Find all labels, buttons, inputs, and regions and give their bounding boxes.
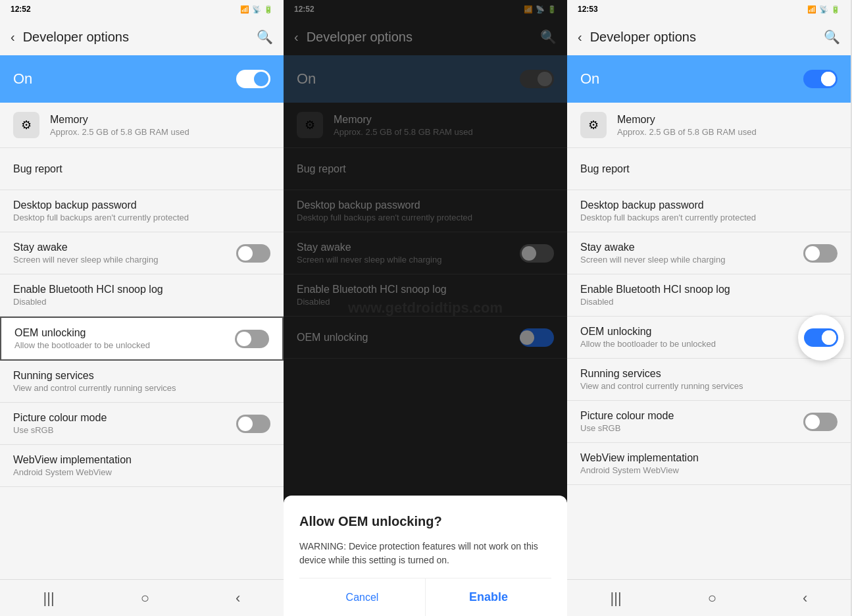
dialog-body: WARNING: Device protection features will… [299, 540, 551, 567]
awake-sub-3: Screen will never sleep while charging [580, 255, 803, 265]
home-nav-3[interactable]: ○ [708, 590, 716, 607]
running-title-3: Running services [580, 368, 838, 380]
running-text-1: Running services View and control curren… [13, 370, 270, 393]
bug-item-3[interactable]: Bug report [567, 148, 851, 190]
bug-title-1: Bug report [13, 163, 270, 175]
webview-item-1[interactable]: WebView implementation Android System We… [0, 445, 284, 487]
oem-title-1: OEM unlocking [14, 327, 235, 339]
oem-item-1[interactable]: OEM unlocking Allow the bootloader to be… [0, 317, 284, 361]
bluetooth-sub-1: Disabled [13, 297, 270, 307]
webview-item-3[interactable]: WebView implementation Android System We… [567, 443, 851, 485]
back-nav-3[interactable]: ‹ [803, 590, 807, 607]
bug-text-3: Bug report [580, 163, 838, 175]
picture-toggle-1[interactable] [236, 415, 270, 433]
back-button-1[interactable]: ‹ [11, 30, 15, 45]
backup-sub-3: Desktop full backups aren't currently pr… [580, 213, 838, 222]
memory-item-3[interactable]: ⚙ Memory Approx. 2.5 GB of 5.8 GB RAM us… [567, 103, 851, 148]
phone-panel-2: 12:52 📶 📡 🔋 ‹ Developer options 🔍 On ⚙ M… [284, 0, 567, 616]
awake-sub-1: Screen will never sleep while charging [13, 255, 236, 265]
on-bar-1: On [0, 55, 284, 103]
status-icons-1: 📶 📡 🔋 [240, 5, 273, 14]
status-icons-3: 📶 📡 🔋 [807, 5, 840, 14]
bluetooth-item-1[interactable]: Enable Bluetooth HCI snoop log Disabled [0, 274, 284, 317]
backup-item-1[interactable]: Desktop backup password Desktop full bac… [0, 190, 284, 232]
back-nav-1[interactable]: ‹ [236, 590, 240, 607]
bluetooth-sub-3: Disabled [580, 297, 838, 307]
signal-icon-3: 📡 [819, 5, 828, 14]
recent-nav-1[interactable]: ||| [43, 590, 55, 607]
awake-item-1[interactable]: Stay awake Screen will never sleep while… [0, 232, 284, 274]
settings-list-3: ⚙ Memory Approx. 2.5 GB of 5.8 GB RAM us… [567, 103, 851, 579]
picture-toggle-3[interactable] [803, 413, 838, 431]
oem-item-3[interactable]: OEM unlocking Allow the bootloader to be… [567, 317, 851, 359]
memory-icon-3: ⚙ [580, 112, 607, 138]
awake-item-3[interactable]: Stay awake Screen will never sleep while… [567, 232, 851, 274]
awake-title-3: Stay awake [580, 242, 803, 253]
oem-toggle-3[interactable] [804, 328, 838, 347]
memory-sub-1: Approx. 2.5 GB of 5.8 GB RAM used [50, 127, 270, 137]
top-bar-3: ‹ Developer options 🔍 [567, 18, 851, 55]
oem-toggle-1[interactable] [235, 330, 269, 348]
running-sub-3: View and control currently running servi… [580, 381, 838, 391]
dialog-overlay: Allow OEM unlocking? WARNING: Device pro… [284, 0, 567, 616]
bug-title-3: Bug report [580, 163, 838, 175]
status-bar-3: 12:53 📶 📡 🔋 [567, 0, 851, 18]
dialog-actions: Cancel Enable [299, 578, 551, 616]
picture-title-3: Picture colour mode [580, 410, 803, 422]
webview-title-3: WebView implementation [580, 452, 838, 464]
status-time-3: 12:53 [578, 5, 598, 14]
battery-icon-3: 🔋 [831, 5, 840, 14]
memory-text-3: Memory Approx. 2.5 GB of 5.8 GB RAM used [617, 114, 838, 137]
enable-button[interactable]: Enable [426, 578, 551, 616]
picture-sub-1: Use sRGB [13, 425, 236, 435]
backup-sub-1: Desktop full backups aren't currently pr… [13, 213, 270, 222]
bluetooth-title-3: Enable Bluetooth HCI snoop log [580, 284, 838, 295]
memory-sub-3: Approx. 2.5 GB of 5.8 GB RAM used [617, 127, 838, 137]
phone-panel-3: 12:53 📶 📡 🔋 ‹ Developer options 🔍 On ⚙ M… [567, 0, 851, 616]
running-item-1[interactable]: Running services View and control curren… [0, 361, 284, 403]
webview-sub-1: Android System WebView [13, 467, 270, 477]
bluetooth-text-3: Enable Bluetooth HCI snoop log Disabled [580, 284, 838, 307]
memory-icon-1: ⚙ [13, 112, 39, 138]
awake-toggle-1[interactable] [236, 244, 270, 263]
recent-nav-3[interactable]: ||| [611, 590, 622, 607]
picture-item-1[interactable]: Picture colour mode Use sRGB [0, 403, 284, 445]
backup-item-3[interactable]: Desktop backup password Desktop full bac… [567, 190, 851, 232]
dialog-title: Allow OEM unlocking? [299, 514, 551, 529]
on-toggle-1[interactable] [236, 70, 270, 88]
oem-text-1: OEM unlocking Allow the bootloader to be… [14, 327, 235, 350]
backup-text-3: Desktop backup password Desktop full bac… [580, 199, 838, 222]
running-item-3[interactable]: Running services View and control curren… [567, 359, 851, 401]
picture-sub-3: Use sRGB [580, 423, 803, 433]
running-title-1: Running services [13, 370, 270, 382]
webview-title-1: WebView implementation [13, 454, 270, 466]
webview-text-3: WebView implementation Android System We… [580, 452, 838, 475]
oem-dialog: Allow OEM unlocking? WARNING: Device pro… [284, 496, 567, 616]
nav-bar-1: ||| ○ ‹ [0, 579, 284, 616]
page-title-3: Developer options [590, 30, 824, 45]
awake-title-1: Stay awake [13, 242, 236, 253]
settings-list-1: ⚙ Memory Approx. 2.5 GB of 5.8 GB RAM us… [0, 103, 284, 579]
home-nav-1[interactable]: ○ [141, 590, 149, 607]
picture-item-3[interactable]: Picture colour mode Use sRGB [567, 401, 851, 443]
back-button-3[interactable]: ‹ [578, 30, 582, 45]
awake-text-3: Stay awake Screen will never sleep while… [580, 242, 803, 265]
status-time-1: 12:52 [11, 5, 31, 14]
signal-icon-1: 📡 [252, 5, 261, 14]
cancel-button[interactable]: Cancel [299, 578, 425, 616]
wifi-icon-3: 📶 [807, 5, 816, 14]
search-button-1[interactable]: 🔍 [257, 29, 273, 45]
webview-text-1: WebView implementation Android System We… [13, 454, 270, 477]
search-button-3[interactable]: 🔍 [824, 29, 840, 45]
bluetooth-item-3[interactable]: Enable Bluetooth HCI snoop log Disabled [567, 274, 851, 317]
backup-title-3: Desktop backup password [580, 199, 838, 211]
picture-title-1: Picture colour mode [13, 412, 236, 424]
on-label-3: On [580, 70, 599, 88]
bug-item-1[interactable]: Bug report [0, 148, 284, 190]
status-bar-1: 12:52 📶 📡 🔋 [0, 0, 284, 18]
awake-toggle-3[interactable] [803, 244, 838, 263]
oem-sub-1: Allow the bootloader to be unlocked [14, 340, 235, 350]
memory-item-1[interactable]: ⚙ Memory Approx. 2.5 GB of 5.8 GB RAM us… [0, 103, 284, 148]
oem-circle-highlight [798, 315, 844, 361]
on-toggle-3[interactable] [803, 70, 838, 88]
